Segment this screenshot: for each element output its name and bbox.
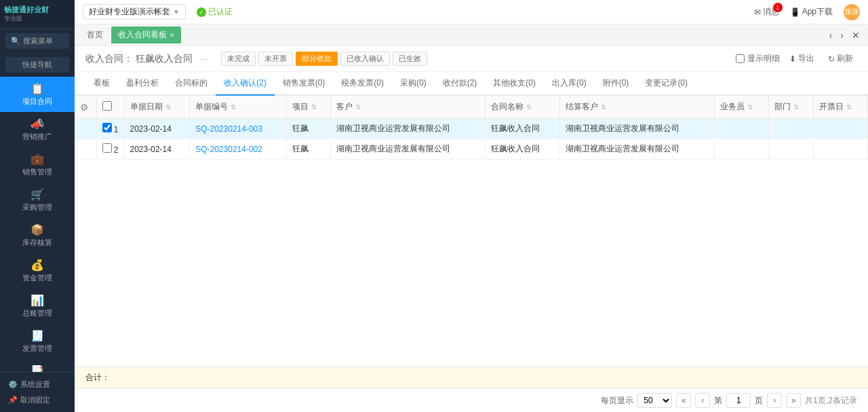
sort-icon: ⇅ [355,103,361,111]
sidebar-item-purchase[interactable]: 🛒采购管理 [0,183,75,218]
tab-close-all-button[interactable]: ✕ [849,29,863,42]
th-project[interactable]: 项目⇅ [286,96,330,119]
show-detail-checkbox[interactable]: 显示明细 [736,53,780,64]
last-page-button[interactable]: » [786,393,801,408]
row-0-order_no[interactable]: SQ-20230214-003 [190,119,287,139]
tab-prev-button[interactable]: ‹ [827,29,835,42]
row-0-contract_name: 狂飙收入合同 [486,119,560,139]
page-input[interactable] [726,393,751,408]
status-tag-effective[interactable]: 已生效 [393,52,427,66]
th-customer[interactable]: 客户⇅ [331,96,486,119]
sidebar-icon-general: 📊 [31,294,44,307]
sidebar-item-inventory[interactable]: 📦库存核算 [0,218,75,253]
contract-more-button[interactable]: ··· [198,54,210,64]
order-link-0[interactable]: SQ-20230214-003 [195,124,262,134]
sidebar-label-project: 项目合同 [22,96,52,107]
first-page-button[interactable]: « [676,393,691,408]
prev-page-button[interactable]: ‹ [695,393,710,408]
sub-tab-attachments[interactable]: 附件(0) [595,72,637,96]
show-detail-input[interactable] [736,54,745,63]
per-page-select[interactable]: 2050100 [637,393,672,408]
sort-icon: ⇅ [311,103,317,111]
sidebar-label-finance: 资金管理 [22,273,52,283]
total-label: 合计： [85,372,110,383]
sub-tab-purchase[interactable]: 采购(0) [392,72,435,96]
sub-tab-payment[interactable]: 收付款(2) [435,72,486,96]
row-1-customer: 湖南卫视商业运营发展有限公司 [331,139,486,160]
status-tag-uncomplete[interactable]: 未完成 [221,52,256,66]
app-logo-text: 畅捷通好业财 [4,5,49,14]
row-1-order_no[interactable]: SQ-20230214-002 [190,139,287,160]
row-1-salesman [715,139,769,160]
refresh-button[interactable]: ↻ 刷新 [824,52,857,66]
topbar: 好业财专业版演示帐套 ▼ ✓ 已认证 ✉ 消息 1 📱 App下载 珠珠 [75,0,868,24]
sidebar-bottom-取消固定[interactable]: 📌取消固定 [4,392,71,408]
sub-tab-profit[interactable]: 盈利分析 [118,72,167,96]
sidebar-label-purchase: 采购管理 [22,202,52,212]
row-1-settle_customer: 湖南卫视商业运营发展有限公司 [560,139,715,160]
status-tags: 未完成未开票部分收款已收入确认已生效 [221,52,427,66]
sub-tab-tax_invoice[interactable]: 税务发票(0) [333,72,392,96]
select-all-checkbox[interactable] [102,101,112,111]
close-tab-icon[interactable]: × [170,31,174,40]
th-open_date[interactable]: 开票日⇅ [813,96,867,119]
data-table: ⚙单据日期⇅单据编号⇅项目⇅客户⇅合同名称⇅结算客户⇅业务员⇅部门⇅开票日⇅ 1… [75,96,868,160]
message-button[interactable]: ✉ 消息 1 [754,6,779,18]
message-badge: 1 [773,3,783,12]
sidebar-item-tax[interactable]: 📑税务管理 [0,359,75,372]
sidebar-item-project[interactable]: 📋项目合同 [0,77,75,112]
settings-icon[interactable]: ⚙ [80,102,89,113]
sidebar-item-general[interactable]: 📊总账管理 [0,288,75,324]
sub-tab-income_confirm[interactable]: 收入确认(2) [216,72,275,96]
tab-next-button[interactable]: › [837,29,846,42]
order-link-1[interactable]: SQ-20230214-002 [195,145,262,154]
row-checkbox-1[interactable] [102,143,112,153]
th-department[interactable]: 部门⇅ [769,96,813,119]
message-icon: ✉ [754,7,761,17]
row-0-settings [75,119,96,139]
company-selector[interactable]: 好业财专业版演示帐套 ▼ [83,4,186,20]
search-menu-button[interactable]: 🔍 搜索菜单 [5,33,69,49]
user-avatar[interactable]: 珠珠 [844,4,860,20]
status-tag-uninvoiced[interactable]: 未开票 [258,52,293,66]
sort-icon: ⇅ [526,103,532,111]
check-icon: ✓ [197,7,206,17]
sort-icon: ⇅ [231,103,236,111]
sidebar-item-marketing[interactable]: 📣营销推广 [0,112,75,147]
export-button[interactable]: ⬇ 导出 [785,52,818,66]
sidebar-item-sales[interactable]: 💼销售管理 [0,147,75,183]
income-contract-tab[interactable]: 收入合同看板 × [111,26,181,43]
company-dropdown-icon: ▼ [173,8,180,16]
quick-nav-button[interactable]: 快捷导航 [5,57,69,73]
th-date[interactable]: 单据日期⇅ [124,96,190,119]
th-order_no[interactable]: 单据编号⇅ [190,96,287,119]
th-salesman[interactable]: 业务员⇅ [715,96,769,119]
th-contract_name[interactable]: 合同名称⇅ [486,96,560,119]
sidebar-label-general: 总账管理 [22,308,52,318]
sub-tabs: 看板盈利分析合同标的收入确认(2)销售发票(0)税务发票(0)采购(0)收付款(… [75,72,868,96]
row-checkbox-0[interactable] [102,123,112,132]
sidebar-icon-invoice: 🧾 [31,329,44,342]
sub-tab-kanban[interactable]: 看板 [85,72,118,96]
sub-tab-sales_invoice[interactable]: 销售发票(0) [275,72,334,96]
sub-tab-outbound[interactable]: 出入库(0) [544,72,595,96]
home-tab[interactable]: 首页 [80,26,110,43]
status-tag-partial[interactable]: 部分收款 [296,52,338,66]
app-download-button[interactable]: 📱 App下载 [790,6,833,18]
sub-tab-change_log[interactable]: 变更记录(0) [637,72,696,96]
th-settle_customer[interactable]: 结算客户⇅ [560,96,715,119]
sidebar-item-finance[interactable]: 💰资金管理 [0,253,75,288]
table-row[interactable]: 22023-02-14SQ-20230214-002狂飙湖南卫视商业运营发展有限… [75,139,868,160]
sub-tab-contract_std[interactable]: 合同标的 [167,72,216,96]
table-row[interactable]: 12023-02-14SQ-20230214-003狂飙湖南卫视商业运营发展有限… [75,119,868,139]
status-tag-confirmed[interactable]: 已收入确认 [340,52,390,66]
sidebar-item-invoice[interactable]: 🧾发票管理 [0,324,75,359]
sort-icon: ⇅ [165,103,171,111]
next-page-button[interactable]: › [767,393,782,408]
contract-actions: 显示明细 ⬇ 导出 ↻ 刷新 [736,52,857,66]
quick-nav-area: 快捷导航 [0,53,75,77]
th-settings: ⚙ [75,96,96,119]
sidebar-bottom-系统设置[interactable]: ⚙️系统设置 [4,377,71,392]
row-1-department [769,139,813,160]
sub-tab-other_income[interactable]: 其他收支(0) [485,72,544,96]
